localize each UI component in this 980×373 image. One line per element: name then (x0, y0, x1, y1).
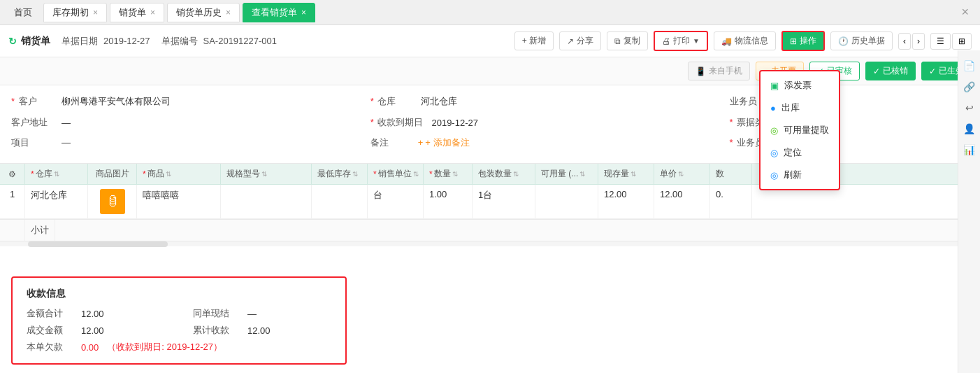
doc-date-label: 单据日期 2019-12-27 (62, 35, 150, 48)
tab-inventory-close[interactable]: × (93, 8, 98, 17)
td-avail (535, 185, 598, 218)
phone-icon: 📱 (696, 66, 706, 76)
tab-inventory[interactable]: 库存期初 × (43, 3, 107, 22)
sort-stock-icon: ⇅ (630, 170, 636, 178)
nav-arrows: ‹ › (898, 33, 925, 50)
warehouse-field: * 仓库 河北仓库 (370, 94, 610, 109)
operations-dropdown: ▣ 添发票 ● 出库 ◎ 可用量提取 ◎ 定位 ◎ 刷新 (759, 70, 840, 190)
cumulative-value: 12.00 (247, 325, 271, 336)
tab-sales-history[interactable]: 销货单历史 × (167, 3, 240, 22)
print-button[interactable]: 🖨 打印 ▼ (654, 31, 708, 51)
outbound-item[interactable]: ● 出库 (761, 97, 839, 119)
copy-button[interactable]: ⧉ 复制 (607, 31, 648, 50)
tab-sales-history-close[interactable]: × (226, 8, 231, 17)
th-stock[interactable]: 现存量 ⇅ (598, 164, 654, 184)
add-invoice-item[interactable]: ▣ 添发票 (761, 74, 839, 97)
tab-view-sales-close[interactable]: × (301, 8, 306, 17)
payment-title: 收款信息 (27, 288, 331, 300)
deal-amount-label: 成交金额 (27, 324, 75, 337)
history-icon: 🕐 (838, 36, 849, 46)
address-value: — (59, 116, 73, 129)
tab-inventory-label: 库存期初 (52, 6, 89, 19)
home-tab-label: 首页 (14, 6, 32, 19)
prev-button[interactable]: ‹ (898, 33, 911, 50)
list-view-button[interactable]: ☰ (930, 33, 951, 50)
available-qty-item[interactable]: ◎ 可用量提取 (761, 119, 839, 141)
payment-date-field: * 收款到期日 2019-12-27 (370, 116, 610, 129)
th-qty[interactable]: * 数量 ⇅ (424, 164, 473, 184)
doc-actions: + 新增 ↗ 分享 ⧉ 复制 🖨 打印 ▼ 🚚 (514, 31, 972, 51)
th-warehouse[interactable]: * 仓库 ⇅ (25, 164, 88, 184)
th-minstock[interactable]: 最低库存 ⇅ (312, 164, 368, 184)
doc-header: ↻ 销货单 单据日期 2019-12-27 单据编号 SA-20191227-0… (0, 25, 980, 57)
tab-sales[interactable]: 销货单 × (110, 3, 164, 22)
sidebar-icon-4[interactable]: 👤 (960, 119, 979, 139)
settings-icon: ⚙ (8, 169, 16, 179)
deal-amount-value: 12.00 (81, 325, 104, 336)
position-item[interactable]: ◎ 定位 (761, 141, 839, 164)
refresh-item[interactable]: ◎ 刷新 (761, 164, 839, 186)
history-button[interactable]: 🕐 历史单据 (830, 31, 893, 50)
scroll-thumb[interactable] (28, 241, 168, 247)
th-unit[interactable]: * 销售单位 ⇅ (368, 164, 424, 184)
td-pack: 1台 (473, 185, 535, 218)
td-minstock (312, 185, 368, 218)
balance-row: 本单欠款 0.00 （收款到期日: 2019-12-27） (27, 341, 331, 353)
th-settings[interactable]: ⚙ (0, 164, 25, 184)
td-spec (221, 185, 312, 218)
th-amount[interactable]: 数 (710, 164, 752, 184)
writeoff-status-button[interactable]: ✓ 已核销 (865, 62, 916, 80)
tab-home[interactable]: 首页 (6, 3, 41, 22)
th-spec[interactable]: 规格型号 ⇅ (221, 164, 312, 184)
payment-info-box: 收款信息 金额合计 12.00 同单现结 — 成交金额 12.00 (11, 276, 347, 365)
project-value: — (59, 136, 73, 149)
product-image: 🛢 (100, 189, 125, 214)
writeoff-icon: ✓ (873, 66, 880, 76)
position-icon: ◎ (770, 148, 778, 158)
project-label: 项目 (11, 136, 53, 149)
sort-minstock-icon: ⇅ (352, 170, 358, 178)
td-stock: 12.00 (598, 185, 654, 218)
view-icons: ☰ ⊞ (930, 33, 972, 50)
tab-sales-label: 销货单 (119, 6, 146, 19)
sidebar-icon-2[interactable]: 🔗 (960, 77, 979, 97)
grid-view-button[interactable]: ⊞ (952, 33, 972, 50)
next-button[interactable]: › (912, 33, 925, 50)
payment-date-value: 2019-12-27 (428, 116, 481, 129)
project-field: 项目 — (11, 136, 251, 149)
th-avail[interactable]: 可用量 (... ⇅ (535, 164, 598, 184)
th-product[interactable]: * 商品 ⇅ (137, 164, 221, 184)
window-close-button[interactable]: × (956, 5, 974, 20)
sort-product-icon: ⇅ (166, 170, 171, 178)
doc-title-area: ↻ 销货单 (8, 35, 50, 48)
sidebar-icon-1[interactable]: 📄 (960, 56, 979, 76)
tab-view-sales[interactable]: 查看销货单 × (243, 3, 315, 22)
td-image: 🛢 (88, 185, 137, 218)
same-order-value: — (247, 309, 257, 319)
th-pack[interactable]: 包装数量 ⇅ (473, 164, 535, 184)
customer-value: 柳州粤港平安气体有限公司 (59, 94, 173, 109)
phone-status-button[interactable]: 📱 来自手机 (688, 62, 750, 80)
sidebar-icon-5[interactable]: 📊 (960, 140, 979, 160)
table-subtotal-row: 小计 (0, 219, 980, 241)
th-image: 商品图片 (88, 164, 137, 184)
td-product: 嘻嘻嘻嘻 (137, 185, 221, 218)
cumulative-row: 累计收款 12.00 (193, 324, 331, 337)
logistics-button[interactable]: 🚚 物流信息 (714, 31, 776, 50)
doc-meta: 单据日期 2019-12-27 单据编号 SA-20191227-001 (62, 35, 277, 48)
horizontal-scrollbar[interactable] (0, 241, 980, 246)
doc-icon: ↻ (8, 36, 17, 47)
sidebar-icon-3[interactable]: ↩ (960, 98, 979, 118)
td-subtotal-label (0, 220, 25, 241)
share-button[interactable]: ↗ 分享 (559, 31, 601, 50)
tab-sales-close[interactable]: × (150, 8, 155, 17)
address-label: 客户地址 (11, 116, 53, 129)
add-note-button[interactable]: + + 添加备注 (418, 136, 470, 149)
th-price[interactable]: 单价 ⇅ (654, 164, 710, 184)
operations-button[interactable]: ⊞ 操作 (781, 31, 825, 51)
add-button[interactable]: + 新增 (514, 31, 554, 50)
sort-warehouse-icon: ⇅ (54, 170, 59, 178)
tab-bar-right: × (956, 5, 974, 20)
td-unit: 台 (368, 185, 424, 218)
tab-view-sales-label: 查看销货单 (252, 6, 297, 19)
